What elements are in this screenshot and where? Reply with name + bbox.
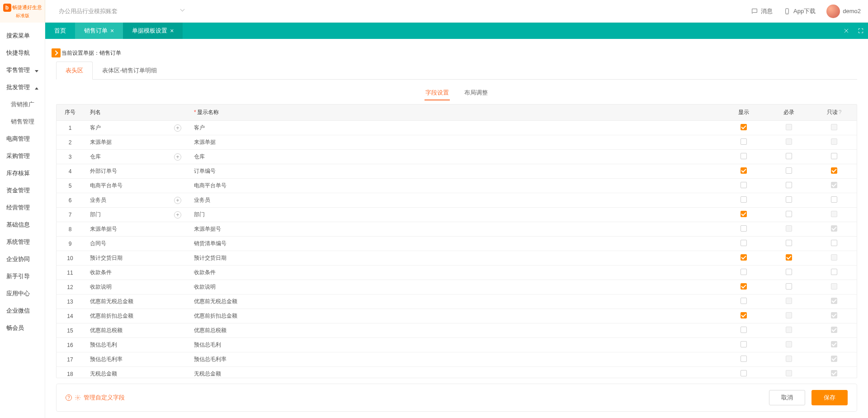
notice-toggle[interactable] <box>52 48 61 57</box>
sidebar-item[interactable]: 企业协同 <box>0 251 45 268</box>
readonly-checkbox[interactable] <box>831 153 837 159</box>
sidebar-item[interactable]: 电商管理 <box>0 130 45 147</box>
cell-display-name[interactable]: 来源单据 <box>188 138 721 146</box>
required-checkbox[interactable] <box>786 196 792 203</box>
show-checkbox[interactable] <box>741 138 747 145</box>
sidebar-item[interactable]: 零售管理 <box>0 62 45 79</box>
required-checkbox[interactable] <box>786 283 792 290</box>
close-icon[interactable]: × <box>110 28 114 34</box>
messages-button[interactable]: 消息 <box>751 7 773 15</box>
readonly-checkbox[interactable] <box>831 196 837 203</box>
show-checkbox[interactable] <box>741 327 747 333</box>
add-icon[interactable]: + <box>174 124 181 132</box>
close-icon[interactable]: × <box>170 28 174 34</box>
show-checkbox[interactable] <box>741 283 747 290</box>
sidebar-item[interactable]: 快捷导航 <box>0 44 45 62</box>
manage-custom-fields-link[interactable]: ? 管理自定义字段 <box>66 394 125 402</box>
tab-home[interactable]: 首页 <box>45 23 75 39</box>
sidebar-item[interactable]: 采购管理 <box>0 147 45 165</box>
section-tab[interactable]: 表体区-销售订单明细 <box>93 62 166 80</box>
required-checkbox[interactable] <box>786 182 792 188</box>
required-checkbox[interactable] <box>786 167 792 174</box>
close-all-tabs-button[interactable] <box>839 23 854 39</box>
tab[interactable]: 销售订单× <box>75 23 123 39</box>
account-select[interactable]: 办公用品行业模拟账套 <box>59 7 186 15</box>
cell-display-name[interactable]: 销货清单编号 <box>188 240 721 247</box>
mode-tab[interactable]: 布局调整 <box>463 86 489 100</box>
cell-display-name[interactable]: 电商平台单号 <box>188 182 721 190</box>
show-checkbox[interactable] <box>741 298 747 304</box>
save-button[interactable]: 保存 <box>811 390 848 405</box>
cell-display-name[interactable]: 无税总金额 <box>188 370 721 378</box>
show-checkbox[interactable] <box>741 312 747 318</box>
required-checkbox[interactable] <box>786 153 792 159</box>
required-checkbox[interactable] <box>786 240 792 246</box>
cancel-button[interactable]: 取消 <box>769 390 805 405</box>
show-checkbox[interactable] <box>741 211 747 217</box>
cell-display-name[interactable]: 仓库 <box>188 153 721 161</box>
sidebar-item-label: 库存核算 <box>6 169 30 177</box>
fullscreen-button[interactable] <box>854 23 868 39</box>
help-icon[interactable]: ? <box>839 109 842 115</box>
sidebar-item[interactable]: 库存核算 <box>0 165 45 182</box>
sidebar-item[interactable]: 搜索菜单 <box>0 27 45 44</box>
cell-display-name[interactable]: 预计交货日期 <box>188 254 721 262</box>
add-icon[interactable]: + <box>174 197 181 204</box>
show-checkbox[interactable] <box>741 356 747 362</box>
sidebar-item[interactable]: 企业微信 <box>0 302 45 319</box>
sidebar-item[interactable]: 基础信息 <box>0 216 45 233</box>
sidebar-item[interactable]: 新手引导 <box>0 268 45 285</box>
required-checkbox[interactable] <box>786 211 792 217</box>
cell-name: 客户+ <box>84 124 188 132</box>
add-icon[interactable]: + <box>174 211 181 218</box>
show-checkbox[interactable] <box>741 240 747 246</box>
readonly-cell <box>811 269 857 276</box>
sidebar-item[interactable]: 畅会员 <box>0 319 45 337</box>
sidebar-item[interactable]: 资金管理 <box>0 182 45 199</box>
sidebar-item[interactable]: 销售管理 <box>0 113 45 130</box>
cell-display-name[interactable]: 预估总毛利 <box>188 341 721 349</box>
show-checkbox[interactable] <box>741 182 747 188</box>
show-checkbox[interactable] <box>741 370 747 376</box>
cell-display-name[interactable]: 优惠前折扣总金额 <box>188 312 721 320</box>
sidebar-item[interactable]: 系统管理 <box>0 233 45 251</box>
required-cell <box>766 182 811 190</box>
cell-display-name[interactable]: 部门 <box>188 211 721 218</box>
sidebar-item[interactable]: 经营管理 <box>0 199 45 216</box>
readonly-checkbox[interactable] <box>831 167 837 174</box>
section-tab[interactable]: 表头区 <box>56 62 93 80</box>
cell-display-name[interactable]: 优惠前总税额 <box>188 327 721 334</box>
cell-display-name[interactable]: 优惠前无税总金额 <box>188 298 721 305</box>
sidebar-item[interactable]: 营销推广 <box>0 96 45 113</box>
table-body[interactable]: 1客户+客户2来源单据来源单据3仓库+仓库4外部订单号订单编号5电商平台单号电商… <box>57 121 857 378</box>
show-checkbox[interactable] <box>741 167 747 174</box>
cell-display-name[interactable]: 订单编号 <box>188 167 721 175</box>
readonly-checkbox[interactable] <box>831 240 837 246</box>
readonly-checkbox <box>831 356 837 362</box>
user-menu[interactable]: demo2 <box>826 5 861 18</box>
mode-tab[interactable]: 字段设置 <box>425 86 450 100</box>
logo[interactable]: b 畅捷通好生意 标准版 <box>0 0 45 23</box>
show-checkbox[interactable] <box>741 153 747 159</box>
cell-display-name[interactable]: 预估总毛利率 <box>188 356 721 363</box>
cell-display-name[interactable]: 客户 <box>188 124 721 132</box>
required-checkbox[interactable] <box>786 254 792 261</box>
required-checkbox[interactable] <box>786 269 792 275</box>
show-checkbox[interactable] <box>741 196 747 203</box>
show-checkbox[interactable] <box>741 225 747 232</box>
cell-display-name[interactable]: 来源单据号 <box>188 225 721 233</box>
show-checkbox[interactable] <box>741 254 747 261</box>
cell-display-name[interactable]: 业务员 <box>188 196 721 204</box>
sidebar-item[interactable]: 批发管理 <box>0 79 45 96</box>
cell-display-name[interactable]: 收款说明 <box>188 283 721 291</box>
cell-display-name[interactable]: 收款条件 <box>188 269 721 276</box>
sidebar-item[interactable]: 应用中心 <box>0 285 45 302</box>
add-icon[interactable]: + <box>174 153 181 161</box>
readonly-checkbox[interactable] <box>831 269 837 275</box>
show-checkbox[interactable] <box>741 341 747 347</box>
show-checkbox[interactable] <box>741 269 747 275</box>
show-checkbox[interactable] <box>741 124 747 130</box>
tab[interactable]: 单据模板设置× <box>123 23 183 39</box>
cell-seq: 8 <box>57 226 84 233</box>
app-download-button[interactable]: App下载 <box>783 7 816 15</box>
